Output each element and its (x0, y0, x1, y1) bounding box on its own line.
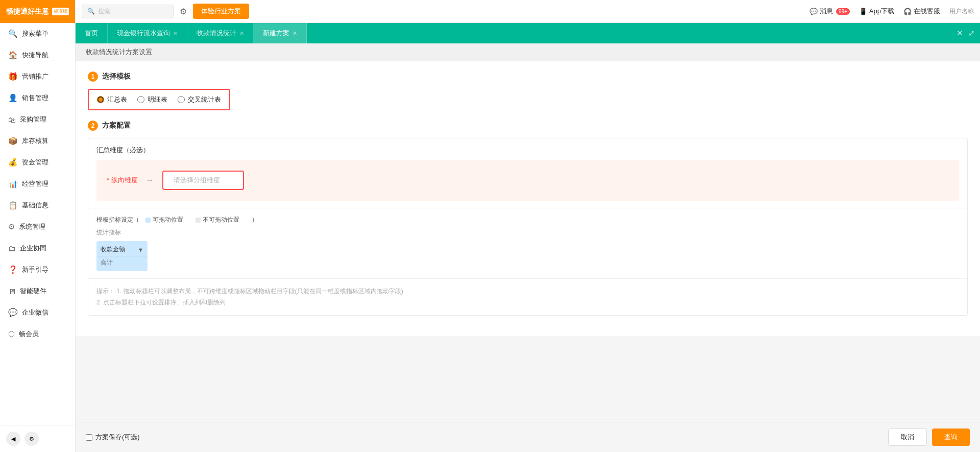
sidebar-item-inventory[interactable]: 📦 库存核算 (0, 130, 75, 152)
sidebar-item-sales[interactable]: 👤 销售管理 (0, 87, 75, 109)
config-panel: 汇总维度（必选） * 纵向维度 → 请选择分组维度 模板指标设定（ (88, 138, 968, 316)
download-btn[interactable]: 📱 App下载 (859, 7, 894, 16)
tab-cashflow[interactable]: 现金银行流水查询 ✕ (108, 23, 187, 43)
sidebar-label-sales: 销售管理 (22, 93, 48, 103)
sidebar-item-quick-nav[interactable]: 🏠 快捷导航 (0, 44, 75, 66)
tab-cashflow-close[interactable]: ✕ (173, 30, 178, 37)
sidebar-label-finance: 资金管理 (22, 158, 48, 167)
service-btn[interactable]: 🎧 在线客服 (903, 7, 940, 16)
section-config: 2 方案配置 汇总维度（必选） * 纵向维度 → 请选择分组维度 (88, 121, 968, 316)
sidebar-item-operation[interactable]: 📊 经营管理 (0, 173, 75, 195)
query-button[interactable]: 查询 (932, 429, 970, 446)
sidebar-item-wechat[interactable]: 💬 企业微信 (0, 302, 75, 323)
sidebar-label-corp: 企业协同 (20, 244, 46, 253)
sidebar-label-hardware: 智能硬件 (20, 287, 46, 296)
bag-icon: 🛍 (8, 115, 16, 124)
sidebar-collapse-btn[interactable]: ◀ (6, 432, 20, 446)
tab-receipt-stat-close[interactable]: ✕ (239, 30, 244, 37)
tab-receipt-stat-label: 收款情况统计 (197, 29, 236, 38)
metric-box-header[interactable]: 收款金额 ▼ (96, 243, 148, 256)
message-btn[interactable]: 💬 消息 99+ (810, 7, 850, 16)
tab-new-plan-close[interactable]: ✕ (292, 30, 297, 37)
section1-num: 1 (88, 72, 98, 82)
logo-text: 畅捷通好生意 (6, 7, 49, 16)
tab-home[interactable]: 首页 (76, 23, 108, 43)
movable-label: 可拖动位置 (145, 216, 183, 224)
section-template: 1 选择模板 汇总表 明细表 交叉统计表 (88, 72, 968, 110)
topbar-search-box[interactable]: 🔍 搜索 (82, 5, 174, 18)
sidebar-label-operation: 经营管理 (22, 179, 48, 188)
tab-cashflow-label: 现金银行流水查询 (117, 29, 170, 38)
home-icon: 🏠 (8, 51, 18, 60)
metric-indicator-label: 统计指标 (96, 228, 959, 237)
sidebar-label-marketing: 营销推广 (22, 72, 48, 81)
tab-receipt-stat[interactable]: 收款情况统计 ✕ (187, 23, 254, 43)
sidebar-label-quick-nav: 快捷导航 (22, 51, 48, 60)
sidebar-item-corp[interactable]: 🗂 企业协同 (0, 237, 75, 259)
tips-text-2: 2. 点击标题栏下拉可设置排序、插入列和删除列 (96, 297, 959, 308)
sidebar-logo: 畅捷通好生意 标准版 (0, 0, 75, 23)
sidebar-item-basic[interactable]: 📋 基础信息 (0, 195, 75, 216)
section2-label: 方案配置 (102, 121, 131, 130)
page-body: 1 选择模板 汇总表 明细表 交叉统计表 (76, 61, 980, 336)
dimension-placeholder-btn[interactable]: 请选择分组维度 (162, 171, 244, 190)
tab-new-plan-label: 新建方案 (263, 29, 289, 38)
sidebar-item-system[interactable]: ⚙ 系统管理 (0, 216, 75, 237)
tab-expand-icon[interactable]: ⤢ (968, 29, 975, 38)
section1-label: 选择模板 (102, 72, 131, 81)
radio-cross-input[interactable] (178, 96, 185, 103)
sidebar-item-guide[interactable]: ❓ 新手引导 (0, 259, 75, 280)
sidebar-label-inventory: 库存核算 (22, 136, 48, 146)
movable-dot-icon (145, 218, 151, 223)
download-label: App下载 (869, 7, 894, 16)
message-label: 消息 (820, 7, 833, 16)
tips-text-1: 提示： 1. 拖动标题栏可以调整布局，不可跨维度或指标区域拖动栏目字段(只能在同… (96, 286, 959, 297)
unmovable-label: 不可拖动位置 (195, 216, 239, 224)
radio-detail-label: 明细表 (148, 95, 167, 104)
sidebar-item-member[interactable]: ⬡ 畅会员 (0, 323, 75, 345)
sidebar-settings-btn[interactable]: ⚙ (24, 432, 39, 446)
box-icon: 📦 (8, 136, 18, 146)
radio-detail-input[interactable] (137, 96, 144, 103)
sidebar-bottom: ◀ ⚙ (0, 425, 75, 452)
save-checkbox[interactable] (86, 434, 92, 441)
section2-num: 2 (88, 121, 98, 131)
page-header: 收款情况统计方案设置 (76, 43, 980, 61)
sidebar-label-guide: 新手引导 (22, 265, 48, 274)
list-icon: 📋 (8, 201, 18, 210)
metric-legend-prefix: 模板指标设定（ (96, 216, 139, 224)
save-checkbox-label[interactable]: 方案保存(可选) (86, 433, 140, 442)
tabs-bar: 首页 现金银行流水查询 ✕ 收款情况统计 ✕ 新建方案 ✕ ✕ ⤢ (76, 23, 980, 43)
radio-cross[interactable]: 交叉统计表 (178, 95, 221, 104)
metric-box-dropdown-icon[interactable]: ▼ (138, 247, 143, 253)
radio-summary-input[interactable] (97, 96, 104, 103)
topbar-right: 💬 消息 99+ 📱 App下载 🎧 在线客服 用户名称 (810, 7, 974, 16)
tab-home-label: 首页 (85, 29, 98, 38)
dimension-subsection: 汇总维度（必选） * 纵向维度 → 请选择分组维度 (88, 138, 967, 208)
radio-summary[interactable]: 汇总表 (97, 95, 127, 104)
sidebar-label-search-menu: 搜索菜单 (22, 29, 48, 38)
user-icon: 👤 (8, 93, 18, 103)
radio-detail[interactable]: 明细表 (137, 95, 167, 104)
tabs-right-controls: ✕ ⤢ (951, 23, 980, 43)
tab-new-plan[interactable]: 新建方案 ✕ (254, 23, 307, 43)
save-checkbox-text: 方案保存(可选) (95, 433, 140, 442)
sidebar-item-marketing[interactable]: 🎁 营销推广 (0, 66, 75, 87)
template-options-box: 汇总表 明细表 交叉统计表 (88, 89, 230, 110)
tab-close-all-icon[interactable]: ✕ (957, 29, 963, 38)
gift-icon: 🎁 (8, 72, 18, 81)
dimension-label: * 纵向维度 (107, 176, 138, 185)
industry-btn[interactable]: 体验行业方案 (193, 4, 249, 19)
page-header-title: 收款情况统计方案设置 (86, 48, 152, 56)
dimension-arrow-icon: → (146, 176, 154, 185)
footer: 方案保存(可选) 取消 查询 (76, 422, 980, 452)
cancel-button[interactable]: 取消 (888, 429, 927, 446)
dimension-subsection-title: 汇总维度（必选） (96, 146, 959, 155)
settings-icon[interactable]: ⚙ (180, 7, 187, 16)
sidebar-item-hardware[interactable]: 🖥 智能硬件 (0, 280, 75, 302)
unmovable-dot-icon (195, 218, 201, 223)
sidebar-item-purchase[interactable]: 🛍 采购管理 (0, 109, 75, 130)
footer-buttons: 取消 查询 (888, 429, 970, 446)
sidebar-item-finance[interactable]: 💰 资金管理 (0, 152, 75, 173)
sidebar-item-search-menu[interactable]: 🔍 搜索菜单 (0, 23, 75, 44)
